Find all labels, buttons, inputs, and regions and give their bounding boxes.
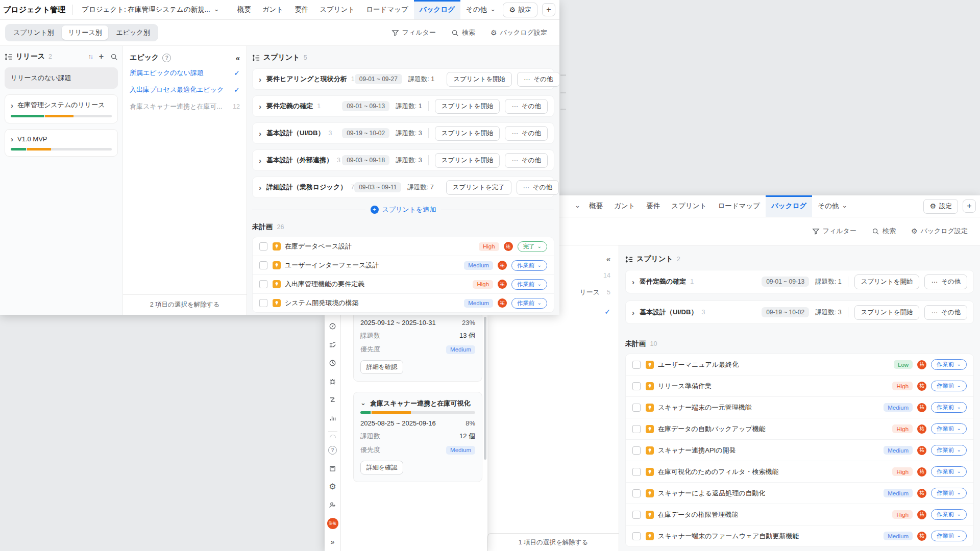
tab-backlog[interactable]: バックログ [766,195,812,217]
status-dropdown[interactable]: 作業前⌄ [931,445,967,456]
search-icon[interactable] [110,53,118,61]
settings-button[interactable]: ⚙ 設定 [923,199,958,214]
start-sprint-button[interactable]: スプリントを開始 [447,72,512,87]
workflow-icon[interactable] [329,390,336,409]
sprint-row[interactable]: › 基本設計（UI/DB） 3 09-19 ~ 10-02 課題数: 3 スプリ… [625,300,974,324]
task-checkbox[interactable] [632,382,641,390]
task-row[interactable]: スキャナー端末のファームウェア自動更新機能 Medium 祐 作業前⌄ [626,525,973,546]
status-dropdown[interactable]: 作業前⌄ [511,260,547,271]
task-row[interactable]: スキャナー連携APIの開発 Medium 祐 作業前⌄ [626,439,973,461]
task-row[interactable]: ユーザーインターフェース設計 Medium 祐 作業前⌄ [253,256,554,274]
tab-requirements[interactable]: 要件 [289,0,314,19]
task-row[interactable]: 入出庫管理機能の要件定義 High 祐 作業前⌄ [253,274,554,293]
status-dropdown[interactable]: 完了⌄ [518,241,547,252]
scrollbar[interactable] [484,317,486,460]
backlog-settings-button[interactable]: ⚙ バックログ設定 [911,227,968,236]
sprint-row[interactable]: › 要件定義の確定 1 09-01 ~ 09-13 課題数: 1 スプリントを開… [625,270,974,293]
task-checkbox[interactable] [632,489,641,497]
help-icon[interactable]: ? [328,441,337,459]
tab-gantt[interactable]: ガント [257,0,289,19]
clear-selection-button[interactable]: 1 項目の選択を解除する [487,533,619,551]
epic-item[interactable]: 所属エピックのない課題 ✓ [130,68,240,78]
task-checkbox[interactable] [632,425,641,433]
filter-button[interactable]: フィルター [391,28,436,37]
search-button[interactable]: 検索 [872,227,896,236]
epic-item[interactable]: 入出庫プロセス最適化エピック ✓ [130,85,240,94]
collapse-icon[interactable]: « [236,54,240,62]
add-release-icon[interactable]: + [99,52,104,61]
tab-sprint[interactable]: スプリント [666,195,712,217]
task-checkbox[interactable] [632,511,641,519]
detail-button[interactable]: 詳細を確認 [360,461,403,474]
sort-icon[interactable]: ↑↓ [88,53,92,60]
task-checkbox[interactable] [632,361,641,369]
status-dropdown[interactable]: 作業前⌄ [931,359,967,370]
task-checkbox[interactable] [632,468,641,476]
chevron-right-icon[interactable]: › [259,184,261,191]
bar-chart-icon[interactable] [329,409,336,427]
status-dropdown[interactable]: 作業前⌄ [511,298,547,309]
explore-icon[interactable] [329,317,336,335]
release-item[interactable]: › 在庫管理システムのリリース [5,94,118,123]
search-button[interactable]: 検索 [451,28,475,37]
clock-icon[interactable] [329,354,336,372]
status-dropdown[interactable]: 作業前⌄ [931,466,967,477]
bug-icon[interactable] [329,372,336,390]
clear-selection-button[interactable]: 2 項目の選択を解除する [123,294,247,315]
task-checkbox[interactable] [259,242,267,251]
settings-gear-icon[interactable]: ⚙ [329,478,336,496]
status-dropdown[interactable]: 作業前⌄ [931,381,967,391]
task-checkbox[interactable] [259,261,267,269]
sprint-more-button[interactable]: ⋯その他 [517,72,559,87]
view-by-release[interactable]: リリース別 [62,26,109,40]
add-button[interactable]: + [542,3,555,16]
detail-button[interactable]: 詳細を確認 [360,360,403,374]
tab-gantt[interactable]: ガント [608,195,641,217]
sprint-more-button[interactable]: ⋯その他 [924,274,967,289]
task-checkbox[interactable] [632,446,641,455]
tab-more[interactable]: その他 ⌄ [812,195,853,217]
chevron-down-icon[interactable]: ⌄ [360,399,366,406]
start-sprint-button[interactable]: スプリントを開始 [435,126,500,141]
help-icon[interactable]: ? [162,54,171,62]
view-by-sprint[interactable]: スプリント別 [7,26,61,40]
tasks-icon[interactable] [329,335,336,354]
tab-requirements[interactable]: 要件 [641,195,666,217]
status-dropdown[interactable]: 作業前⌄ [931,488,967,498]
task-row[interactable]: 在庫データの自動バックアップ機能 High 祐 作業前⌄ [626,418,973,439]
task-row[interactable]: 在庫可視化のためのフィルタ・検索機能 High 祐 作業前⌄ [626,461,973,482]
chevron-right-icon[interactable]: › [632,278,634,286]
sprint-more-button[interactable]: ⋯その他 [505,99,548,114]
task-checkbox[interactable] [632,532,641,540]
epic-item[interactable]: 倉庫スキャナー連携と在庫可... 12 [130,102,240,111]
chevron-right-icon[interactable]: › [11,135,13,143]
sprint-more-button[interactable]: ⋯その他 [924,305,967,320]
chevron-right-icon[interactable]: › [259,76,261,83]
sprint-row[interactable]: › 要件ヒアリングと現状分析 1 09-01 ~ 09-27 課題数: 1 スプ… [252,68,554,90]
tab-roadmap[interactable]: ロードマップ [360,0,414,19]
sprint-row[interactable]: › 詳細設計（業務ロジック） 7 09-03 ~ 09-11 課題数: 7 スプ… [252,177,554,198]
tab-overview[interactable]: 概要 [232,0,257,19]
task-checkbox[interactable] [259,299,267,307]
tab-sprint[interactable]: スプリント [314,0,360,19]
tab-overview[interactable]: 概要 [583,195,608,217]
task-row[interactable]: 在庫データベース設計 High 祐 完了⌄ [253,237,554,256]
add-sprint-button[interactable]: + スプリントを追加 [371,205,436,214]
chevron-right-icon[interactable]: › [259,130,261,137]
status-dropdown[interactable]: 作業前⌄ [931,402,967,413]
sprint-more-button[interactable]: ⋯その他 [505,126,548,141]
view-by-epic[interactable]: エピック別 [109,26,156,40]
project-selector[interactable]: プロジェクト: 在庫管理システムの新規... ⌄ [79,0,223,19]
tab-backlog[interactable]: バックログ [414,0,460,19]
status-dropdown[interactable]: 作業前⌄ [931,531,967,541]
status-dropdown[interactable]: 作業前⌄ [931,509,967,520]
sprint-row[interactable]: › 基本設計（UI/DB） 3 09-19 ~ 10-02 課題数: 3 スプリ… [252,122,554,144]
sprint-more-button[interactable]: ⋯その他 [517,180,559,195]
release-item[interactable]: リリースのない課題 [5,67,118,89]
settings-button[interactable]: ⚙ 設定 [503,3,537,17]
start-sprint-button[interactable]: スプリントを開始 [854,305,920,320]
sprint-more-button[interactable]: ⋯その他 [505,153,548,168]
task-checkbox[interactable] [259,280,267,288]
status-dropdown[interactable]: 作業前⌄ [931,423,967,434]
task-row[interactable]: ユーザーマニュアル最終化 Low 祐 作業前⌄ [626,354,973,375]
